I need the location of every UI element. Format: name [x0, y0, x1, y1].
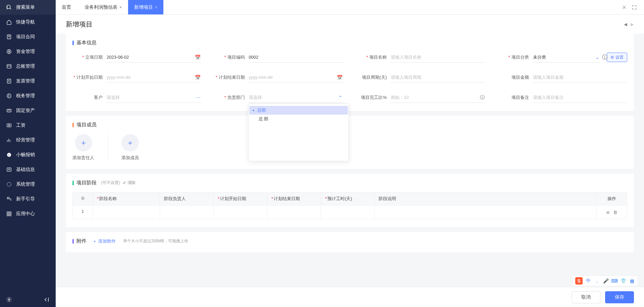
clear-button[interactable]: ✐清除 — [123, 180, 136, 186]
cell-desc[interactable] — [375, 205, 597, 219]
section-title-stages: 项目阶段 (可不设置) ✐清除 — [72, 180, 627, 186]
cell-owner[interactable] — [160, 205, 214, 219]
field-period: 项目周期(天) — [357, 72, 485, 83]
add-owner-button[interactable]: ＋ — [75, 134, 92, 151]
sidebar-item-nav[interactable]: 快捷导航 — [0, 15, 56, 29]
cell-name[interactable] — [93, 205, 160, 219]
settings-icon[interactable] — [6, 297, 12, 303]
help-icon[interactable]: ⓘ — [602, 54, 607, 61]
sidebar-item-basic[interactable]: 基础信息 — [0, 162, 56, 177]
attach-note: 单个大小不超过200MB，可拖拽上传 — [123, 238, 188, 244]
tabs: 首页 业务利润预估表× 新增项目× — [56, 0, 164, 14]
svg-rect-15 — [7, 124, 11, 127]
code-input[interactable] — [248, 52, 343, 63]
sidebar-item-label: 小畅报销 — [16, 152, 35, 158]
tax-icon — [6, 93, 12, 99]
sidebar-item-contract[interactable]: 项目合同 — [0, 29, 56, 44]
sidebar-item-label: 资金管理 — [16, 49, 35, 55]
sidebar-item-tax[interactable]: 税务管理 — [0, 88, 56, 103]
fullscreen-icon[interactable] — [631, 4, 638, 11]
ime-mic-icon[interactable]: 🎤 — [603, 278, 609, 284]
tab-profit[interactable]: 业务利润预估表× — [78, 0, 128, 14]
dropdown-item-child[interactable]: 总 部 — [249, 115, 348, 123]
sidebar-item-fund[interactable]: 资金管理 — [0, 44, 56, 59]
section-note: (可不设置) — [101, 180, 120, 186]
sidebar-item-label: 发票管理 — [16, 78, 35, 84]
prev-icon[interactable]: ◀ — [624, 22, 627, 27]
sidebar-search[interactable]: 搜索菜单 — [0, 0, 56, 15]
sidebar-bottom — [0, 292, 56, 307]
add-member-button[interactable]: ＋ — [121, 134, 139, 151]
help-icon[interactable]: ⓘ — [480, 95, 485, 101]
plan-end-input[interactable] — [248, 72, 343, 83]
sidebar-item-guide[interactable]: 新手引导 — [0, 192, 56, 206]
close-icon[interactable]: × — [119, 5, 122, 10]
plan-start-input[interactable] — [106, 72, 201, 83]
cell-end[interactable] — [267, 205, 321, 219]
delete-row-icon[interactable]: 🗑 — [613, 210, 618, 215]
svg-point-0 — [7, 5, 10, 9]
sidebar-item-salary[interactable]: 工资 — [0, 118, 56, 133]
sidebar-item-reimburse[interactable]: C小畅报销 — [0, 147, 56, 162]
field-plan-end: 计划结束日期 📅 — [215, 72, 343, 83]
close-window-icon[interactable] — [621, 4, 628, 11]
dept-select[interactable] — [248, 92, 343, 103]
category-select[interactable] — [532, 52, 600, 63]
remark-input[interactable] — [532, 92, 628, 103]
field-amount: 项目金额 — [499, 72, 628, 83]
sidebar-item-invoice[interactable]: 发票管理 — [0, 74, 56, 88]
tab-label: 首页 — [62, 4, 71, 10]
cell-start[interactable] — [214, 205, 267, 219]
period-input[interactable] — [390, 72, 485, 83]
sidebar-item-label: 税务管理 — [16, 93, 35, 99]
members-row: ＋ 添加责任人 ＋ 添加成员 — [72, 134, 627, 161]
guide-icon — [6, 196, 12, 202]
invoice-icon — [6, 78, 12, 84]
sidebar-item-ledger[interactable]: 总账管理 — [0, 59, 56, 74]
ime-lang[interactable]: 中 — [585, 278, 591, 284]
ime-toolbar: S 中 ， 🎤 ⌨ 👕 ▦ — [572, 275, 638, 286]
sidebar-item-system[interactable]: 系统管理 — [0, 177, 56, 192]
reimburse-icon: C — [6, 152, 12, 158]
money-icon — [6, 49, 12, 55]
field-customer: 客户 ⋯ — [72, 92, 201, 103]
tab-new-project[interactable]: 新增项目× — [128, 0, 164, 14]
sidebar-item-asset[interactable]: 固定资产 — [0, 103, 56, 118]
ime-skin-icon[interactable]: 👕 — [620, 278, 626, 284]
create-date-input[interactable] — [106, 52, 201, 63]
collapse-icon[interactable] — [44, 297, 50, 303]
name-input[interactable] — [390, 52, 485, 63]
amount-input[interactable] — [532, 72, 628, 83]
ime-punct[interactable]: ， — [594, 278, 600, 284]
cancel-button[interactable]: 取消 — [572, 291, 600, 303]
add-owner-label: 添加责任人 — [72, 155, 94, 161]
cell-hours[interactable] — [321, 205, 375, 219]
sidebar-item-business[interactable]: 经营管理 — [0, 133, 56, 147]
gear-icon: ⚙ — [610, 55, 614, 60]
ime-grid-icon[interactable]: ▦ — [629, 278, 635, 284]
option-label: 总 部 — [259, 116, 269, 122]
settings-button[interactable]: ⚙设置 — [607, 53, 627, 62]
add-row-icon[interactable]: ⊕ — [606, 210, 610, 215]
svg-rect-28 — [7, 214, 9, 216]
tab-home[interactable]: 首页 — [56, 0, 78, 14]
form-grid: 立项日期 📅 项目编码 项目名称 项目分类 ⌄ⓘ ⚙设置 — [72, 52, 627, 103]
field-label: 项目备注 — [499, 95, 529, 101]
svg-rect-7 — [7, 65, 11, 68]
ime-logo-icon[interactable]: S — [575, 277, 583, 285]
topbar-right — [621, 0, 644, 14]
save-button[interactable]: 保存 — [605, 291, 634, 303]
ime-keyboard-icon[interactable]: ⌨ — [611, 278, 618, 284]
add-attachment-button[interactable]: ＋添加附件 — [93, 238, 116, 244]
sidebar-item-label: 总账管理 — [16, 63, 35, 69]
dropdown-item-root[interactable]: ▾总部 — [249, 106, 348, 115]
th-gear[interactable]: ⚙ — [73, 192, 93, 205]
next-icon[interactable]: ▶ — [631, 22, 634, 27]
expand-arrow-icon: ▾ — [253, 109, 256, 112]
close-icon[interactable]: × — [155, 5, 157, 10]
complete-input[interactable] — [390, 92, 485, 103]
sidebar-item-apps[interactable]: 应用中心 — [0, 206, 56, 221]
customer-select[interactable] — [106, 92, 201, 103]
stage-table: ⚙ 阶段名称 阶段负责人 计划开始日期 计划结束日期 预计工时(天) 阶段说明 … — [72, 192, 627, 219]
section-label: 项目成员 — [76, 122, 97, 128]
